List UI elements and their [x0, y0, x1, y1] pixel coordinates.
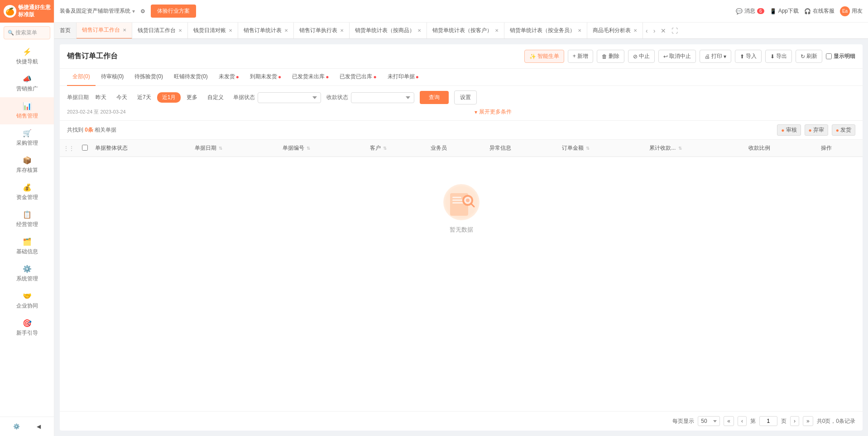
filter-tab-all[interactable]: 全部(0)	[67, 69, 96, 86]
sidebar: 🍊 畅捷通好生意 标准版 🔍 搜索菜单 ⚡ 快捷导航 📣 营销推广 📊 销售管理…	[0, 0, 54, 436]
page-of-label: 页	[781, 417, 786, 425]
refresh-button[interactable]: ↻ 刷新	[796, 50, 822, 63]
filter-tab-no-ship[interactable]: 未发货●	[213, 69, 245, 86]
sidebar-item-enterprise[interactable]: 🤝 企业协同	[0, 287, 54, 314]
reject-button[interactable]: ● 弃审	[805, 124, 828, 136]
page-last-button[interactable]: »	[803, 416, 813, 426]
print-button[interactable]: 🖨 打印 ▾	[700, 50, 731, 63]
filter-tab-overdue-ship[interactable]: 到期未发货●	[245, 69, 287, 86]
import-button[interactable]: ⬆ 导入	[735, 50, 762, 63]
sidebar-item-purchase[interactable]: 🛒 采购管理	[0, 124, 54, 152]
trial-button[interactable]: 体验行业方案	[151, 5, 196, 18]
show-detail-checkbox[interactable]: 显示明细	[826, 52, 855, 60]
sidebar-item-inventory[interactable]: 📦 库存核算	[0, 152, 54, 179]
date-today-btn[interactable]: 今天	[112, 92, 131, 103]
abort-button[interactable]: ⊘ 中止	[628, 50, 655, 63]
tab-close-by-customer[interactable]: ✕	[495, 28, 499, 33]
tab-sales-by-staff[interactable]: 销货单统计表（按业务员） ✕	[504, 23, 587, 39]
date-sort-icon[interactable]: ⇅	[219, 146, 222, 151]
amount-col-header: 订单金额 ⇅	[558, 140, 646, 157]
date-custom-btn[interactable]: 自定义	[203, 92, 228, 103]
tab-maximize-button[interactable]: ⛶	[669, 27, 681, 34]
online-service-button[interactable]: 🎧 在线客服	[804, 7, 834, 15]
date-more-btn[interactable]: 更多	[182, 92, 201, 103]
tab-close-gross-margin[interactable]: ✕	[633, 28, 637, 33]
main-area: 装备及固定资产辅助管理系统 ▾ ⚙ 体验行业方案 💬 消息 6 📱 App下载 …	[54, 0, 868, 436]
tab-sales-stat[interactable]: 销售订单统计表 ✕	[238, 23, 294, 39]
show-detail-input[interactable]	[826, 53, 832, 59]
tab-close-cash-reconcile[interactable]: ✕	[229, 28, 232, 33]
empty-state: 暂无数据	[60, 157, 863, 261]
select-all-checkbox[interactable]	[82, 145, 88, 151]
payment-select[interactable]	[351, 92, 414, 103]
search-menu-button[interactable]: 🔍 搜索菜单	[4, 26, 50, 39]
sidebar-item-basic[interactable]: 🗂️ 基础信息	[0, 233, 54, 260]
date-yesterday-btn[interactable]: 昨天	[91, 92, 110, 103]
topbar: 装备及固定资产辅助管理系统 ▾ ⚙ 体验行业方案 💬 消息 6 📱 App下载 …	[54, 0, 868, 23]
date-recent1m-btn[interactable]: 近1月	[157, 92, 181, 103]
tab-cash-daily[interactable]: 钱货日清工作台 ✕	[132, 23, 188, 39]
review-button[interactable]: ● 审核	[777, 124, 801, 136]
tab-sales-workbench[interactable]: 销售订单工作台 ✕	[77, 23, 132, 39]
settings-icon-button[interactable]: ⚙	[139, 6, 147, 16]
customer-sort-icon[interactable]: ⇅	[383, 146, 387, 151]
tab-sales-exec[interactable]: 销售订单执行表 ✕	[294, 23, 350, 39]
user-button[interactable]: Ea 用友	[840, 6, 863, 16]
delete-button[interactable]: 🗑 删除	[597, 50, 624, 63]
app-logo: 🍊 畅捷通好生意 标准版	[0, 0, 54, 23]
tab-close-all-button[interactable]: ✕	[658, 27, 669, 34]
message-button[interactable]: 💬 消息 6	[736, 7, 764, 15]
sidebar-collapse-button[interactable]: ◀	[35, 422, 43, 431]
ship-button[interactable]: ● 发货	[832, 124, 855, 136]
cancel-abort-button[interactable]: ↩ 取消中止	[658, 50, 696, 63]
tab-gross-margin[interactable]: 商品毛利分析表 ✕	[587, 23, 643, 39]
tab-close-by-product[interactable]: ✕	[417, 28, 421, 33]
page-prev-button[interactable]: ‹	[738, 416, 747, 426]
filter-tab-shipped-no-out[interactable]: 已发货未出库●	[287, 69, 334, 86]
staff-col-header: 业务员	[427, 140, 486, 157]
new-button[interactable]: + 新增	[568, 50, 593, 63]
collected-sort-icon[interactable]: ⇅	[678, 146, 682, 151]
filter-tab-wangpu[interactable]: 旺铺待发货(0)	[168, 69, 213, 86]
sidebar-item-marketing[interactable]: 📣 营销推广	[0, 70, 54, 97]
tab-close-sales-workbench[interactable]: ✕	[123, 28, 126, 33]
tab-close-sales-exec[interactable]: ✕	[340, 28, 344, 33]
no-sort-icon[interactable]: ⇅	[307, 146, 310, 151]
date-recent7-btn[interactable]: 近7天	[133, 92, 155, 103]
query-button[interactable]: 查询	[420, 91, 449, 104]
module-dropdown-icon[interactable]: ▾	[132, 8, 135, 14]
tab-cash-reconcile[interactable]: 钱货日清对账 ✕	[188, 23, 238, 39]
amount-sort-icon[interactable]: ⇅	[586, 146, 590, 151]
filter-tab-no-print[interactable]: 未打印单据●	[382, 69, 424, 86]
tab-close-cash-daily[interactable]: ✕	[178, 28, 182, 33]
expand-conditions-button[interactable]: ▾ 展开更多条件	[475, 108, 512, 116]
page-first-button[interactable]: «	[724, 416, 734, 426]
sidebar-item-quicknav[interactable]: ⚡ 快捷导航	[0, 43, 54, 70]
filter-tab-pending[interactable]: 待审核(0)	[96, 69, 129, 86]
page-size-select[interactable]: 10 20 50 100	[698, 416, 720, 426]
sidebar-item-operation[interactable]: 📋 经营管理	[0, 206, 54, 233]
page-next-button[interactable]: ›	[790, 416, 799, 426]
filter-tab-pending-check[interactable]: 待拣验货(0)	[129, 69, 168, 86]
page-number-input[interactable]	[759, 416, 777, 426]
tab-next-button[interactable]: ›	[651, 27, 658, 34]
tab-sales-by-product[interactable]: 销货单统计表（按商品） ✕	[350, 23, 427, 39]
tab-prev-button[interactable]: ‹	[643, 27, 651, 34]
sidebar-settings-button[interactable]: ⚙️	[11, 422, 22, 431]
tab-close-sales-stat[interactable]: ✕	[284, 28, 288, 33]
sidebar-item-guide[interactable]: 🎯 新手引导	[0, 314, 54, 341]
ai-generate-button[interactable]: ✨ 智能生单	[524, 50, 564, 63]
sidebar-item-sales[interactable]: 📊 销售管理	[0, 97, 54, 124]
sidebar-item-system[interactable]: ⚙️ 系统管理	[0, 260, 54, 287]
sidebar-item-finance[interactable]: 💰 资金管理	[0, 179, 54, 206]
import-icon: ⬆	[740, 53, 744, 60]
tab-home[interactable]: 首页	[54, 23, 77, 39]
tab-sales-by-customer[interactable]: 销货单统计表（按客户） ✕	[427, 23, 504, 39]
filter-setting-button[interactable]: 设置	[454, 90, 477, 104]
tab-close-by-staff[interactable]: ✕	[578, 28, 581, 33]
status-select[interactable]	[258, 92, 321, 103]
filter-tab-shipped-out[interactable]: 已发货已出库●	[334, 69, 382, 86]
marketing-icon: 📣	[23, 75, 32, 83]
app-download-button[interactable]: 📱 App下载	[770, 7, 799, 15]
export-button[interactable]: ⬇ 导出	[765, 50, 792, 63]
